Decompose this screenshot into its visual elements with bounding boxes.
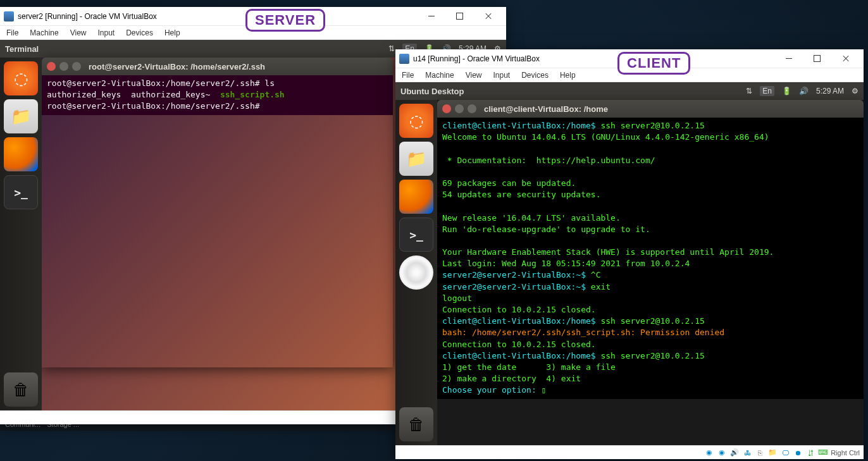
term-maximize-button[interactable] (468, 104, 476, 113)
ls-output: authorized_keys authorized_keys~ (47, 90, 220, 99)
menu-view[interactable]: View (70, 28, 87, 37)
term-maximize-button[interactable] (72, 62, 81, 71)
term-cursor[interactable]: ▯ (536, 385, 547, 395)
maximize-button[interactable] (445, 8, 474, 25)
shell-command: exit (586, 282, 611, 292)
menu-machine[interactable]: Machine (30, 28, 58, 37)
shell-command: ssh server2@10.0.2.15 (596, 121, 705, 130)
terminal-icon[interactable] (399, 218, 433, 252)
menu-file[interactable]: File (402, 71, 414, 80)
shell-command: ssh server2@10.0.2.15 (596, 351, 705, 360)
term-line: Run 'do-release-upgrade' to upgrade to i… (442, 224, 650, 234)
shell-prompt: root@server2-VirtualBox:/home/server2/.s… (47, 101, 260, 111)
shell-prompt: server2@server2-VirtualBox:~$ (442, 282, 586, 292)
keyboard-captured-icon[interactable]: ⌨ (818, 448, 828, 458)
terminal-body[interactable]: client@client-VirtualBox:/home$ ssh serv… (437, 118, 864, 399)
hd-indicator-icon[interactable]: ◉ (704, 448, 714, 458)
client-annotation-badge: CLIENT (617, 52, 690, 75)
virtualbox-icon (399, 54, 409, 64)
term-minimize-button[interactable] (59, 62, 68, 71)
files-icon[interactable]: 📁 (4, 99, 38, 133)
clock[interactable]: 5:29 AM (816, 87, 844, 95)
shell-prompt: client@client-VirtualBox:/home$ (442, 316, 596, 326)
term-close-button[interactable] (47, 62, 56, 71)
dash-icon[interactable]: ◌ (4, 61, 38, 95)
term-line: 1) get the date 3) make a file (442, 362, 616, 372)
terminal-titlebar[interactable]: root@server2-VirtualBox: /home/server2/.… (42, 58, 393, 75)
unity-launcher[interactable]: ◌ 📁 🗑 (395, 100, 437, 445)
term-line: Connection to 10.0.2.15 closed. (442, 340, 596, 349)
files-icon[interactable]: 📁 (399, 142, 433, 176)
client-terminal-window[interactable]: client@client-VirtualBox: /home client@c… (437, 100, 864, 445)
cd-media-icon[interactable] (399, 255, 433, 290)
network-adapter-icon[interactable]: 🖧 (742, 448, 752, 458)
menu-help[interactable]: Help (164, 28, 180, 37)
menu-machine[interactable]: Machine (425, 71, 454, 80)
term-minimize-button[interactable] (455, 104, 464, 113)
term-line: Welcome to Ubuntu 14.04.6 LTS (GNU/Linux… (442, 132, 769, 142)
audio-indicator-icon[interactable]: 🔊 (729, 448, 740, 458)
terminal-titlebar[interactable]: client@client-VirtualBox: /home (437, 100, 864, 118)
menu-help[interactable]: Help (560, 71, 576, 80)
menu-input[interactable]: Input (493, 71, 511, 80)
window-title: u14 [Running] - Oracle VM VirtualBox (413, 54, 540, 63)
term-line: Last login: Wed Aug 18 05:15:49 2021 fro… (442, 259, 690, 268)
firefox-icon[interactable] (399, 180, 433, 214)
battery-indicator-icon[interactable]: 🔋 (782, 87, 791, 95)
maximize-button[interactable] (803, 50, 831, 68)
shell-command: ssh server2@10.0.2.15 (596, 316, 705, 326)
network-indicator-icon[interactable]: ⇅ (388, 44, 395, 53)
shell-command: ls (260, 78, 275, 88)
shell-prompt: client@client-VirtualBox:/home$ (442, 351, 596, 360)
term-line: 2) make a directory 4) exit (442, 374, 581, 383)
panel-title: Terminal (5, 44, 39, 54)
ls-output-exec: ssh_script.sh (220, 90, 285, 99)
term-line: logout (442, 293, 472, 303)
ubuntu-top-panel[interactable]: Ubuntu Desktop ⇅ En 🔋 🔊 5:29 AM ⚙ (395, 82, 864, 100)
host-key-label: Right Ctrl (831, 449, 860, 457)
menu-devices[interactable]: Devices (126, 28, 153, 37)
term-line: 69 packages can be updated. (442, 178, 576, 188)
minimize-button[interactable] (417, 8, 445, 25)
menu-devices[interactable]: Devices (521, 71, 549, 80)
volume-indicator-icon[interactable]: 🔊 (799, 87, 809, 95)
system-menu-gear-icon[interactable]: ⚙ (852, 87, 859, 95)
display-indicator-icon[interactable]: 🖵 (780, 448, 790, 458)
terminal-title: client@client-VirtualBox: /home (484, 104, 608, 114)
term-error-line: bash: /home/server2/.ssh/ssh_script.sh: … (442, 328, 724, 337)
client-guest-display: Ubuntu Desktop ⇅ En 🔋 🔊 5:29 AM ⚙ ◌ 📁 🗑 (395, 82, 864, 445)
minimize-button[interactable] (774, 50, 803, 68)
firefox-icon[interactable] (4, 137, 38, 171)
usb-indicator-icon[interactable]: ⎘ (755, 448, 765, 458)
virtualbox-icon (4, 11, 14, 22)
trash-icon[interactable]: 🗑 (399, 407, 433, 441)
server-annotation-badge: SERVER (245, 9, 325, 32)
shared-folder-icon[interactable]: 📁 (767, 448, 778, 458)
network-indicator-icon[interactable]: ⇅ (746, 87, 752, 95)
recording-indicator-icon[interactable]: ⏺ (793, 448, 803, 458)
close-button[interactable] (474, 8, 502, 25)
menu-file[interactable]: File (6, 28, 18, 37)
term-line: Connection to 10.0.2.15 closed. (442, 305, 596, 314)
term-prompt-label: Choose your option: (442, 385, 536, 395)
close-button[interactable] (831, 50, 860, 68)
trash-icon[interactable]: 🗑 (4, 372, 38, 407)
shell-prompt: root@server2-VirtualBox:/home/server2/.s… (47, 78, 260, 88)
dash-icon[interactable]: ◌ (399, 104, 433, 138)
term-line: New release '16.04.7 LTS' available. (442, 213, 621, 223)
term-line: 54 updates are security updates. (442, 190, 600, 199)
menu-view[interactable]: View (466, 71, 482, 80)
client-vm-statusbar: ◉ ◉ 🔊 🖧 ⎘ 📁 🖵 ⏺ ⮃ ⌨ Right Ctrl (395, 445, 864, 459)
server-terminal-window[interactable]: root@server2-VirtualBox: /home/server2/.… (42, 58, 393, 367)
mouse-integration-icon[interactable]: ⮃ (805, 448, 815, 458)
shell-prompt: client@client-VirtualBox:/home$ (442, 121, 596, 130)
term-close-button[interactable] (442, 104, 451, 113)
window-title: server2 [Running] - Oracle VM VirtualBox (18, 12, 157, 21)
terminal-body[interactable]: root@server2-VirtualBox:/home/server2/.s… (42, 75, 393, 115)
menu-input[interactable]: Input (98, 28, 115, 37)
shell-command: ^C (586, 270, 600, 280)
optical-indicator-icon[interactable]: ◉ (717, 448, 727, 458)
terminal-icon[interactable] (4, 175, 38, 209)
unity-launcher[interactable]: ◌ 📁 🗑 (0, 58, 42, 410)
keyboard-indicator[interactable]: En (760, 86, 774, 96)
